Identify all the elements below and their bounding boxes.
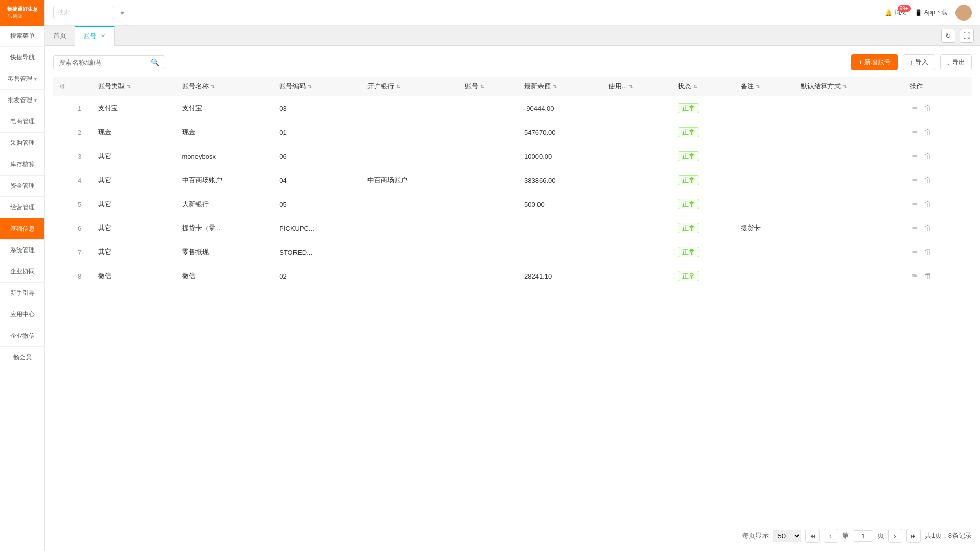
app-download-button[interactable]: 📱 App下载 (915, 8, 947, 17)
sidebar-item-label: 搜索菜单 (0, 32, 44, 40)
sidebar-item-retail-mgmt[interactable]: 零售管理 ▾ (0, 68, 44, 90)
td-remark (734, 264, 795, 288)
td-account-no (459, 144, 518, 168)
th-index (71, 77, 92, 96)
tab-close-icon[interactable]: ✕ (100, 32, 106, 40)
export-icon: ↓ (947, 59, 950, 66)
delete-button[interactable]: 🗑 (922, 197, 934, 210)
status-badge: 正常 (678, 271, 699, 281)
sidebar-item-finance-mgmt[interactable]: 资金管理 (0, 176, 44, 197)
last-page-button[interactable]: ⏭ (906, 529, 921, 543)
sidebar-item-label: 经营管理 (0, 203, 44, 212)
top-search-box[interactable]: 搜索 (53, 6, 114, 19)
sidebar-item-search-menu[interactable]: 搜索菜单 (0, 26, 44, 47)
prev-page-button[interactable]: ‹ (824, 529, 838, 543)
add-account-button[interactable]: + 新增账号 (851, 54, 898, 70)
delete-button[interactable]: 🗑 (922, 269, 934, 282)
sidebar-item-label: 电商管理 (0, 117, 44, 126)
td-status: 正常 (672, 168, 734, 192)
content-area: 🔍 + 新增账号 ↑ 导入 ↓ 导出 (45, 46, 980, 551)
export-button[interactable]: ↓ 导出 (940, 54, 972, 70)
search-input[interactable] (59, 59, 151, 66)
sidebar-item-enterprise-agreement[interactable]: 企业协同 (0, 261, 44, 283)
td-index: 7 (71, 240, 92, 264)
delete-button[interactable]: 🗑 (922, 102, 934, 114)
page-label: 第 (842, 531, 849, 540)
sidebar-item-app-center[interactable]: 应用中心 (0, 304, 44, 325)
delete-button[interactable]: 🗑 (922, 173, 934, 186)
sort-icon: ⇅ (480, 84, 484, 89)
sidebar-item-beginner-guide[interactable]: 新手引导 (0, 283, 44, 304)
tab-home[interactable]: 首页 (45, 26, 75, 46)
sidebar-item-enterprise-wechat[interactable]: 企业微信 (0, 325, 44, 347)
search-wrap[interactable]: 🔍 (53, 55, 165, 69)
status-badge: 正常 (678, 127, 699, 137)
delete-button[interactable]: 🗑 (922, 245, 934, 258)
sidebar-item-ecommerce-mgmt[interactable]: 电商管理 (0, 111, 44, 133)
sidebar-item-quick-nav[interactable]: 快捷导航 (0, 47, 44, 68)
top-header: 搜索 ▾ 🔔 消息 99+ 📱 App下载 (45, 0, 980, 26)
page-input[interactable] (853, 530, 873, 542)
td-bank (361, 216, 459, 240)
sidebar-item-label: 基础信息 (0, 224, 44, 233)
app-download-label: App下载 (924, 8, 947, 17)
th-remark[interactable]: 备注⇅ (734, 77, 795, 96)
table-row: 8 微信 微信 02 28241.10 正常 ✏ 🗑 (53, 264, 972, 288)
td-account-code: STORED... (273, 240, 361, 264)
th-account-name[interactable]: 账号名称⇅ (176, 77, 274, 96)
sidebar-item-member[interactable]: 畅会员 (0, 347, 44, 368)
edit-button[interactable]: ✏ (910, 245, 920, 259)
first-page-button[interactable]: ⏮ (805, 529, 820, 543)
edit-button[interactable]: ✏ (910, 149, 920, 163)
import-icon: ↑ (910, 59, 913, 66)
delete-button[interactable]: 🗑 (922, 126, 934, 138)
th-bank[interactable]: 开户银行⇅ (361, 77, 459, 96)
th-usage[interactable]: 使用...⇅ (602, 77, 672, 96)
notification-button[interactable]: 🔔 消息 99+ (885, 8, 906, 17)
td-remark (734, 120, 795, 144)
td-account-name: 支付宝 (176, 96, 274, 120)
per-page-select[interactable]: 50 100 200 (773, 530, 801, 542)
td-remark (734, 240, 795, 264)
th-status[interactable]: 状态⇅ (672, 77, 734, 96)
search-icon[interactable]: 🔍 (151, 58, 159, 66)
th-latest-balance[interactable]: 最新余额⇅ (518, 77, 602, 96)
sidebar-item-purchase-mgmt[interactable]: 采购管理 (0, 133, 44, 154)
td-latest-balance: 547670.00 (518, 120, 602, 144)
user-avatar[interactable] (955, 5, 972, 21)
settings-icon[interactable]: ⚙ (59, 83, 65, 90)
table-row: 6 其它 提货卡（零... PICKUPC... 正常 提货卡 ✏ 🗑 (53, 216, 972, 240)
td-status: 正常 (672, 144, 734, 168)
td-actions: ✏ 🗑 (903, 144, 972, 168)
th-account-code[interactable]: 账号编码⇅ (273, 77, 361, 96)
td-account-code: 06 (273, 144, 361, 168)
logo-sub-text: 乐易版 (7, 13, 38, 20)
td-latest-balance: 500.00 (518, 192, 602, 216)
th-account-no[interactable]: 账号⇅ (459, 77, 518, 96)
th-account-type[interactable]: 账号类型⇅ (92, 77, 176, 96)
tab-fullscreen-button[interactable]: ⛶ (960, 29, 974, 43)
delete-button[interactable]: 🗑 (922, 221, 934, 234)
sidebar-item-label: 批发管理 (8, 96, 32, 105)
edit-button[interactable]: ✏ (910, 269, 920, 283)
th-default-settlement[interactable]: 默认结算方式⇅ (795, 77, 903, 96)
delete-button[interactable]: 🗑 (922, 149, 934, 162)
edit-button[interactable]: ✏ (910, 221, 920, 235)
tab-refresh-button[interactable]: ↻ (941, 29, 955, 43)
edit-button[interactable]: ✏ (910, 126, 920, 139)
sidebar-item-inventory-check[interactable]: 库存核算 (0, 154, 44, 176)
tab-account[interactable]: 账号 ✕ (75, 26, 115, 46)
edit-button[interactable]: ✏ (910, 173, 920, 187)
edit-button[interactable]: ✏ (910, 102, 920, 115)
edit-button[interactable]: ✏ (910, 197, 920, 211)
td-account-name: 提货卡（零... (176, 216, 274, 240)
td-actions: ✏ 🗑 (903, 240, 972, 264)
next-page-button[interactable]: › (888, 529, 902, 543)
sidebar-item-wholesale-mgmt[interactable]: 批发管理 ▾ (0, 90, 44, 111)
notification-badge: 99+ (898, 5, 911, 12)
sidebar-item-ops-mgmt[interactable]: 经营管理 (0, 197, 44, 218)
import-button[interactable]: ↑ 导入 (903, 54, 935, 70)
td-actions: ✏ 🗑 (903, 120, 972, 144)
sidebar-item-system-mgmt[interactable]: 系统管理 (0, 240, 44, 261)
sidebar-item-basic-info[interactable]: 基础信息 (0, 218, 44, 240)
